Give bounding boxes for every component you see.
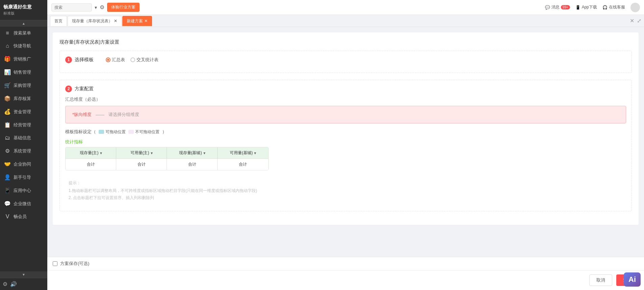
col-3-dropdown-btn[interactable]: ▾: [254, 151, 256, 155]
step1-badge: 1: [65, 56, 72, 63]
tab-new-plan[interactable]: 新建方案 ✕: [122, 16, 152, 26]
topbar-search-input[interactable]: [51, 3, 92, 11]
radio-dot-cross: [130, 57, 135, 62]
cancel-button[interactable]: 取消: [589, 274, 612, 286]
finance-icon: 💰: [4, 108, 11, 115]
step1-header: 1 选择模板 汇总表 交叉统计表: [65, 56, 626, 63]
sidebar-item-label: 畅会员: [14, 214, 27, 220]
tips-section: 提示： 1.拖动标题栏可以调整布局，不可跨维度或指标区域拖动栏目字段(只能在同一…: [65, 177, 626, 206]
sidebar-item-label: 系统管理: [14, 148, 31, 154]
sales-icon: 📊: [4, 69, 11, 75]
sidebar-item-label: 快捷导航: [14, 43, 31, 49]
save-label: 方案保存(可选): [60, 261, 90, 267]
col-body-3: 合计: [218, 159, 268, 170]
step2-section: 2 方案配置 汇总维度（必选） *纵向维度 —— 请选择分组维度 模板指标设定（: [59, 80, 632, 211]
stats-table-body: 合计 合计 合计 合计: [66, 159, 268, 170]
stats-section-label: 统计指标: [65, 139, 626, 145]
sidebar-item-inventory[interactable]: 📦 库存核算: [0, 92, 47, 105]
radio-summary[interactable]: 汇总表: [106, 57, 125, 63]
industry-btn[interactable]: 体验行业方案: [107, 3, 140, 12]
draggable-badge: 可拖动位置: [99, 129, 126, 135]
tab-inventory-close-btn[interactable]: ✕: [114, 19, 117, 23]
tab-home-label: 首页: [54, 18, 63, 24]
sidebar-item-label: 营销推广: [14, 56, 31, 62]
save-section: 方案保存(可选): [47, 257, 644, 270]
topbar: ▾ ⚙ 体验行业方案 💬 消息 99+ 📱 App下载 🎧 在线客服: [47, 0, 644, 15]
sidebar-item-vip[interactable]: V 畅会员: [0, 210, 47, 223]
metrics-settings-label: 模板指标设定（ 可拖动位置 不可拖动位置 ）: [65, 129, 626, 135]
sidebar-item-sales[interactable]: 📊 销售管理: [0, 66, 47, 79]
tip-2-text: 2. 点击标题栏下拉可设置排序、插入列和删除列: [69, 195, 154, 201]
step2-badge: 2: [65, 86, 72, 92]
tabbar: 首页 现存量（库存状况表） ✕ 新建方案 ✕ ✕ ⤢: [47, 15, 644, 27]
scroll-up-btn[interactable]: ▲: [0, 20, 47, 27]
vip-icon: V: [4, 214, 11, 220]
stats-table-header: 现存量(主) ▾ 可用量(主) ▾ 现存量(基辅) ▾ 可用量(基辅): [66, 147, 268, 159]
window-expand-btn[interactable]: ⤢: [637, 18, 641, 24]
sidebar-item-label: 销售管理: [14, 69, 31, 75]
sidebar-item-label: 经营管理: [14, 122, 31, 128]
tab-home[interactable]: 首页: [50, 16, 67, 26]
sidebar-item-quick-nav[interactable]: ⌂ 快捷导航: [0, 40, 47, 52]
ai-badge[interactable]: Ai: [624, 272, 641, 287]
sidebar-item-search-menu[interactable]: ≡ 搜索菜单: [0, 27, 47, 40]
audio-footer-btn[interactable]: 🔊: [10, 281, 17, 287]
sidebar-item-marketing[interactable]: 🎁 营销推广: [0, 52, 47, 66]
tip-2: 2. 点击标题栏下拉可设置排序、插入列和删除列: [69, 195, 623, 201]
main-area: ▾ ⚙ 体验行业方案 💬 消息 99+ 📱 App下载 🎧 在线客服 首页: [47, 0, 644, 290]
save-checkbox[interactable]: [53, 261, 57, 266]
sidebar-item-label: 企业协同: [14, 161, 31, 167]
col-2-dropdown-btn[interactable]: ▾: [203, 151, 205, 155]
app-download-item[interactable]: 📱 App下载: [575, 4, 597, 10]
col-header-3: 可用量(基辅) ▾: [218, 147, 268, 159]
metrics-settings-text: 模板指标设定（: [65, 129, 96, 135]
topbar-dropdown-btn[interactable]: ▾: [95, 5, 97, 10]
cooperation-icon: 🤝: [4, 161, 11, 167]
footer-buttons: 取消 查询: [47, 270, 644, 290]
dimension-box[interactable]: *纵向维度 —— 请选择分组维度: [65, 106, 626, 123]
dimension-required-label: *纵向维度: [72, 112, 92, 118]
sidebar-item-business[interactable]: 📋 经营管理: [0, 118, 47, 131]
sidebar-item-app-center[interactable]: 📱 应用中心: [0, 184, 47, 197]
sidebar-item-enterprise-wechat[interactable]: 💬 企业微信: [0, 197, 47, 210]
system-icon: ⚙: [4, 148, 11, 154]
sidebar-item-finance[interactable]: 💰 资金管理: [0, 105, 47, 118]
quick-nav-icon: ⌂: [4, 43, 11, 49]
sidebar-item-cooperation[interactable]: 🤝 企业协同: [0, 158, 47, 171]
sidebar-item-label: 库存核算: [14, 96, 31, 102]
col-body-1: 合计: [116, 159, 167, 170]
sidebar-item-basic[interactable]: 🗂 基础信息: [0, 131, 47, 144]
tip-1-text: 1.拖动标题栏可以调整布局，不可跨维度或指标区域拖动栏目字段(只能在同一维度或指…: [69, 188, 257, 194]
online-service-item[interactable]: 🎧 在线客服: [602, 4, 625, 10]
window-controls: ✕ ⤢: [630, 18, 641, 24]
window-close-btn[interactable]: ✕: [630, 18, 634, 24]
tab-new-plan-close-btn[interactable]: ✕: [144, 19, 148, 23]
app-name: 畅康通好生意: [3, 4, 44, 10]
sidebar-item-label: 资金管理: [14, 109, 31, 115]
col-0-dropdown-btn[interactable]: ▾: [100, 151, 102, 155]
tab-inventory-label: 现存量（库存状况表）: [72, 18, 113, 24]
radio-cross[interactable]: 交叉统计表: [130, 57, 158, 63]
dimension-separator: ——: [96, 112, 104, 117]
sidebar-item-label: 搜索菜单: [14, 30, 31, 36]
col-0-label: 现存量(主): [80, 150, 99, 156]
tab-inventory-status[interactable]: 现存量（库存状况表） ✕: [68, 16, 122, 26]
sidebar-item-purchase[interactable]: 🛒 采购管理: [0, 79, 47, 92]
sidebar-item-system[interactable]: ⚙ 系统管理: [0, 144, 47, 158]
scroll-down-btn[interactable]: ▼: [0, 271, 47, 278]
topbar-right: 💬 消息 99+ 📱 App下载 🎧 在线客服: [545, 3, 640, 12]
tips-title: 提示：: [69, 180, 623, 186]
messages-item[interactable]: 💬 消息 99+: [545, 4, 570, 10]
business-icon: 📋: [4, 122, 11, 128]
topbar-gear-btn[interactable]: ⚙: [100, 4, 104, 10]
step1-section: 1 选择模板 汇总表 交叉统计表: [59, 51, 632, 73]
sidebar-item-newbie[interactable]: 👤 新手引导: [0, 171, 47, 184]
avatar[interactable]: [630, 3, 640, 12]
step2-title: 方案配置: [75, 86, 94, 92]
messages-badge: 99+: [561, 5, 570, 9]
settings-footer-btn[interactable]: ⚙: [3, 281, 7, 287]
search-menu-icon: ≡: [4, 30, 11, 36]
col-1-dropdown-btn[interactable]: ▾: [151, 151, 153, 155]
headset-icon: 🎧: [602, 5, 608, 10]
metrics-close: ）: [162, 129, 167, 135]
